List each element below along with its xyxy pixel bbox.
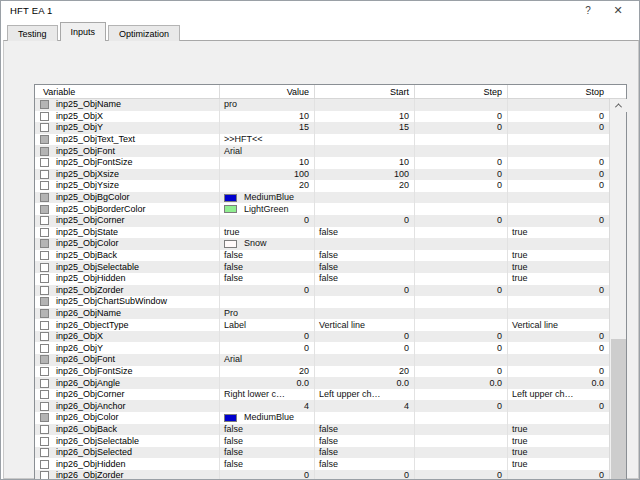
start-cell[interactable]: 0.0 (315, 377, 415, 389)
step-cell[interactable] (415, 435, 508, 447)
table-row[interactable]: inp26_ObjectTypeLabelVertical lineVertic… (35, 319, 609, 331)
optimize-checkbox[interactable] (40, 448, 49, 457)
start-cell[interactable]: 10 (315, 157, 415, 169)
step-cell[interactable] (415, 447, 508, 459)
table-row[interactable]: inp25_ObjCorner0000 (35, 215, 609, 227)
optimize-checkbox[interactable] (40, 425, 49, 434)
stop-cell[interactable] (508, 354, 609, 366)
start-cell[interactable]: 0 (315, 331, 415, 343)
value-cell[interactable]: 0 (220, 342, 315, 354)
table-row[interactable]: inp25_ObjXsize10010000 (35, 169, 609, 181)
step-cell[interactable] (415, 192, 508, 204)
table-row[interactable]: inp26_ObjHiddenfalsefalsetrue (35, 458, 609, 470)
value-cell[interactable]: pro (220, 99, 315, 111)
stop-cell[interactable]: 0 (508, 366, 609, 378)
stop-cell[interactable]: true (508, 447, 609, 459)
optimize-checkbox[interactable] (40, 274, 49, 283)
stop-cell[interactable]: Left upper ch… (508, 389, 609, 401)
value-cell[interactable]: Snow (220, 238, 315, 250)
table-row[interactable]: inp25_ObjColorSnow (35, 238, 609, 250)
value-cell[interactable]: 15 (220, 122, 315, 134)
stop-cell[interactable]: true (508, 261, 609, 273)
start-cell[interactable]: 0 (315, 342, 415, 354)
start-cell[interactable] (315, 99, 415, 111)
start-cell[interactable] (315, 354, 415, 366)
step-cell[interactable] (415, 250, 508, 262)
start-cell[interactable]: Left upper ch… (315, 389, 415, 401)
value-cell[interactable]: false (220, 458, 315, 470)
value-cell[interactable]: MediumBlue (220, 412, 315, 424)
value-cell[interactable]: false (220, 261, 315, 273)
optimize-checkbox[interactable] (40, 332, 49, 341)
stop-cell[interactable]: 0 (508, 215, 609, 227)
start-cell[interactable]: false (315, 458, 415, 470)
step-cell[interactable]: 0 (415, 470, 508, 480)
step-cell[interactable] (415, 227, 508, 239)
stop-cell[interactable]: true (508, 250, 609, 262)
stop-cell[interactable] (508, 412, 609, 424)
optimize-checkbox[interactable] (40, 251, 49, 260)
step-cell[interactable]: 0 (415, 331, 508, 343)
step-cell[interactable]: 0 (415, 157, 508, 169)
table-row[interactable]: inp25_ObjSelectablefalsefalsetrue (35, 261, 609, 273)
table-row[interactable]: inp26_ObjBackfalsefalsetrue (35, 424, 609, 436)
optimize-checkbox[interactable] (40, 437, 49, 446)
optimize-checkbox[interactable] (40, 263, 49, 272)
optimize-checkbox[interactable] (40, 216, 49, 225)
start-cell[interactable] (315, 203, 415, 215)
stop-cell[interactable]: 0 (508, 400, 609, 412)
table-row[interactable]: inp26_ObjColorMediumBlue (35, 412, 609, 424)
optimize-checkbox[interactable] (40, 460, 49, 469)
stop-cell[interactable] (508, 296, 609, 308)
table-row[interactable]: inp25_ObjBorderColorLightGreen (35, 203, 609, 215)
value-cell[interactable]: false (220, 447, 315, 459)
start-cell[interactable]: 10 (315, 111, 415, 123)
value-cell[interactable]: 0 (220, 331, 315, 343)
table-row[interactable]: inp25_ObjHiddenfalsefalsetrue (35, 273, 609, 285)
stop-cell[interactable]: 0 (508, 342, 609, 354)
table-row[interactable]: inp26_ObjX0000 (35, 331, 609, 343)
value-cell[interactable]: 20 (220, 366, 315, 378)
optimize-checkbox[interactable] (40, 471, 49, 480)
start-cell[interactable] (315, 412, 415, 424)
table-row[interactable]: inp26_ObjFontSize202000 (35, 366, 609, 378)
value-cell[interactable]: >>HFT<< (220, 134, 315, 146)
stop-cell[interactable]: true (508, 227, 609, 239)
start-cell[interactable]: false (315, 424, 415, 436)
stop-cell[interactable] (508, 308, 609, 320)
table-row[interactable]: inp26_ObjSelectedfalsefalsetrue (35, 447, 609, 459)
stop-cell[interactable] (508, 145, 609, 157)
stop-cell[interactable]: 0 (508, 169, 609, 181)
optimize-checkbox[interactable] (40, 344, 49, 353)
start-cell[interactable] (315, 296, 415, 308)
optimize-checkbox[interactable] (40, 228, 49, 237)
value-cell[interactable] (220, 296, 315, 308)
start-cell[interactable] (315, 192, 415, 204)
table-row[interactable]: inp25_ObjZorder0000 (35, 285, 609, 297)
start-cell[interactable]: 15 (315, 122, 415, 134)
table-row[interactable]: inp25_ObjFontSize101000 (35, 157, 609, 169)
step-cell[interactable]: 0 (415, 122, 508, 134)
start-cell[interactable]: 20 (315, 180, 415, 192)
step-cell[interactable]: 0 (415, 111, 508, 123)
step-cell[interactable] (415, 458, 508, 470)
start-cell[interactable]: Vertical line (315, 319, 415, 331)
table-row[interactable]: inp25_ObjStatetruefalsetrue (35, 227, 609, 239)
stop-cell[interactable]: true (508, 435, 609, 447)
stop-cell[interactable] (508, 192, 609, 204)
table-row[interactable]: inp26_ObjAngle0.00.00.00.0 (35, 377, 609, 389)
step-cell[interactable]: 0 (415, 215, 508, 227)
stop-cell[interactable]: 0 (508, 111, 609, 123)
vertical-scrollbar[interactable] (609, 99, 626, 480)
stop-cell[interactable]: 0 (508, 285, 609, 297)
table-row[interactable]: inp26_ObjY0000 (35, 342, 609, 354)
start-cell[interactable]: false (315, 447, 415, 459)
step-cell[interactable]: 0 (415, 285, 508, 297)
start-cell[interactable] (315, 145, 415, 157)
stop-cell[interactable]: true (508, 458, 609, 470)
start-cell[interactable]: false (315, 273, 415, 285)
table-row[interactable]: inp26_ObjCornerRight lower c…Left upper … (35, 389, 609, 401)
step-cell[interactable] (415, 99, 508, 111)
stop-cell[interactable] (508, 99, 609, 111)
value-cell[interactable]: Pro (220, 308, 315, 320)
